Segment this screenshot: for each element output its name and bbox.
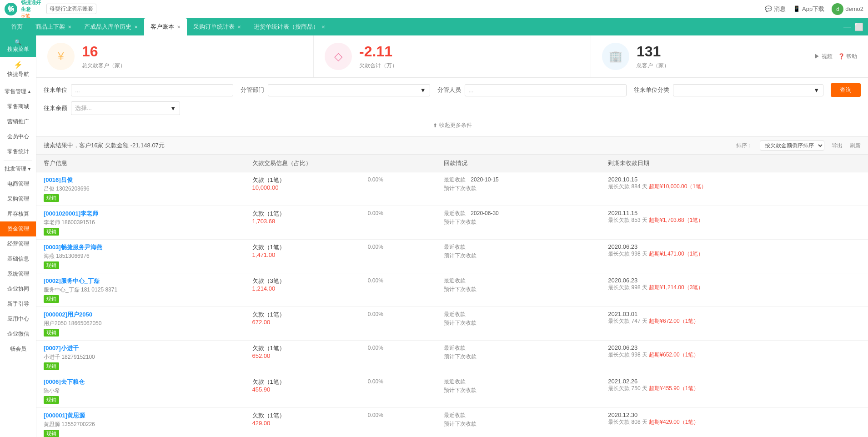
tab-customer-account[interactable]: 客户账本 ✕ <box>144 18 187 35</box>
customer-name-4[interactable]: [000002]用户2050 <box>44 311 238 319</box>
app-icon: 📱 <box>793 5 800 12</box>
tab-minimize-btn[interactable]: — <box>843 23 851 31</box>
customer-name-1[interactable]: [0001020001]李老师 <box>44 210 238 218</box>
th-customer-info: 客户信息 <box>36 155 245 172</box>
customer-tag-7: 现销 <box>44 430 59 437</box>
cell-customer-4: [000002]用户2050 用户2050 18665062050 现销 <box>36 307 245 341</box>
customer-name-6[interactable]: [0006]去下粮仓 <box>44 378 238 386</box>
sidebar-item-wechat[interactable]: 企业微信 <box>0 326 36 342</box>
th-due-date: 到期未收款日期 <box>601 155 868 172</box>
cell-recovery-4: 最近收款 预计下次收款 <box>437 307 601 341</box>
sidebar-item-finance[interactable]: 资金管理 <box>0 221 36 236</box>
filter-category-select[interactable]: ▼ <box>673 84 823 96</box>
table-row: [0007]小进千 小进千 18279152100 现销 欠款（1笔） 652.… <box>36 341 868 374</box>
tab-home[interactable]: 首页 <box>5 18 29 35</box>
overdue-link-2[interactable]: 超期¥1,471.00（1笔） <box>649 251 703 257</box>
overdue-link-6[interactable]: 超期¥455.90（1笔） <box>649 385 699 392</box>
customer-name-0[interactable]: [0016]吕俊 <box>44 176 238 184</box>
tab-maximize-btn[interactable]: ⬜ <box>854 23 863 31</box>
cell-customer-2: [0003]畅捷服务尹海燕 海燕 18513066976 现销 <box>36 240 245 273</box>
overdue-days-3: 最长欠款 998 天 <box>608 284 649 291</box>
sidebar-item-retail-mall[interactable]: 零售商城 <box>0 99 36 114</box>
tab-purchase-history[interactable]: 产成品入库单历史 ✕ <box>78 18 144 35</box>
stat-icon-2: ◇ <box>325 43 352 70</box>
debt-percent-2: 0.00% <box>368 244 383 250</box>
recent-label-7: 最近收款 <box>444 412 594 419</box>
person-dots: ... <box>469 87 474 94</box>
sidebar-item-basic-info[interactable]: 基础信息 <box>0 251 36 266</box>
overdue-link-4[interactable]: 超期¥672.00（1笔） <box>649 318 699 324</box>
customer-name-7[interactable]: [000001]黄思源 <box>44 412 238 420</box>
result-summary: 搜索结果中，客户16家 欠款金额 -21,148.07元 <box>44 141 165 150</box>
overdue-link-7[interactable]: 超期¥429.00（1笔） <box>649 419 699 425</box>
help-btn[interactable]: ❓ 帮助 <box>838 53 857 60</box>
cell-debt-percent-5: 0.00% <box>357 341 437 374</box>
overdue-link-0[interactable]: 超期¥10,000.00（1笔） <box>649 183 707 190</box>
sidebar-item-marketing[interactable]: 营销推广 <box>0 114 36 129</box>
stat-label-1: 总欠款客户（家） <box>82 62 125 70</box>
tab-customer-account-close[interactable]: ✕ <box>177 25 181 30</box>
customer-sub-5: 小进千 18279152100 <box>44 353 238 361</box>
tab-purchase-history-close[interactable]: ✕ <box>134 25 138 30</box>
filter-source-unit-label: 往来单位 <box>44 86 67 94</box>
filter-person-input[interactable]: ... <box>465 84 627 96</box>
sidebar-item-member-vip[interactable]: 畅会员 <box>0 342 36 357</box>
tab-purchase-stat-close[interactable]: ✕ <box>321 25 325 30</box>
account-dropdown[interactable]: 母婴行业演示账套 <box>46 4 96 14</box>
debt-amount-6: 455.90 <box>252 386 350 393</box>
refresh-btn[interactable]: 刷新 <box>850 142 861 150</box>
filter-category: 往来单位分类 ▼ <box>634 84 823 96</box>
customer-name-3[interactable]: [0002]服务中心_丁磊 <box>44 277 238 285</box>
account-selector[interactable]: 母婴行业演示账套 <box>46 4 96 14</box>
sidebar-item-retail-mgmt[interactable]: 零售管理 ▲ <box>0 84 36 99</box>
tab-products-close[interactable]: ✕ <box>68 25 71 30</box>
table-row: [000002]用户2050 用户2050 18665062050 现销 欠款（… <box>36 307 868 341</box>
stat-label-2: 欠款合计（万） <box>359 62 397 70</box>
filter-source-unit-input[interactable]: ... <box>71 84 233 96</box>
sidebar-item-enterprise[interactable]: 企业协同 <box>0 281 36 296</box>
overdue-link-3[interactable]: 超期¥1,214.00（3笔） <box>649 284 703 291</box>
tab-purchase-order[interactable]: 采购订单统计表 ✕ <box>187 18 247 35</box>
video-btn[interactable]: ▶ 视频 <box>814 53 832 60</box>
tab-purchase-stat[interactable]: 进货单统计表（按商品） ✕ <box>247 18 331 35</box>
sidebar-item-batch-mgmt[interactable]: 批发管理 ▼ <box>0 161 36 176</box>
due-date-0: 2020.10.15 <box>608 176 861 183</box>
sidebar-search[interactable]: 🔍 搜索菜单 <box>0 35 36 57</box>
tab-bar: 首页 商品上下架 ✕ 产成品入库单历史 ✕ 客户账本 ✕ 采购订单统计表 ✕ 进… <box>0 18 868 35</box>
sort-select[interactable]: 按欠款金额倒序排序 按欠款金额升序排序 按客户名称排序 <box>760 141 824 151</box>
overdue-link-1[interactable]: 超期¥1,703.68（1笔） <box>649 217 703 223</box>
user-avatar-area[interactable]: d demo2 <box>832 3 863 15</box>
table-row: [000001]黄思源 黄思源 13552700226 现销 欠款（1笔） 42… <box>36 408 868 437</box>
logo: 畅 畅捷通好生意 示范 <box>5 0 41 19</box>
sidebar-item-member-center[interactable]: 会员中心 <box>0 129 36 144</box>
filter-person: 分管人员 ... <box>437 84 627 96</box>
sidebar-item-inventory[interactable]: 库存核算 <box>0 206 36 221</box>
cell-recovery-3: 最近收款 预计下次收款 <box>437 273 601 307</box>
overdue-link-5[interactable]: 超期¥652.00（1笔） <box>649 352 699 358</box>
cell-recovery-1: 最近收款 2020-06-30 预计下次收款 <box>437 206 601 240</box>
next-label-3: 预计下次收款 <box>444 286 594 293</box>
overdue-days-0: 最长欠款 884 天 <box>608 183 649 190</box>
sidebar-item-retail-stats[interactable]: 零售统计 <box>0 144 36 159</box>
quick-nav-icon: ⚡ <box>14 60 23 69</box>
message-btn[interactable]: 💬 消息 <box>765 5 786 13</box>
customer-name-2[interactable]: [0003]畅捷服务尹海燕 <box>44 243 238 251</box>
sidebar-item-ecommerce[interactable]: 电商管理 <box>0 176 36 191</box>
sidebar-item-system[interactable]: 系统管理 <box>0 266 36 281</box>
filter-dept-select[interactable]: ▼ <box>268 84 430 96</box>
tab-products[interactable]: 商品上下架 ✕ <box>29 18 78 35</box>
stat-card-2: ◇ -2.11 欠款合计（万） <box>314 35 591 77</box>
sidebar-item-ops-mgmt[interactable]: 经营管理 <box>0 236 36 251</box>
sidebar-item-quick-nav[interactable]: ⚡ 快捷导航 <box>0 57 36 82</box>
sidebar-item-newbie[interactable]: 新手引导 <box>0 296 36 311</box>
search-button[interactable]: 查询 <box>831 83 861 97</box>
sidebar-item-app-center[interactable]: 应用中心 <box>0 311 36 326</box>
customer-name-5[interactable]: [0007]小进千 <box>44 344 238 352</box>
export-btn[interactable]: 导出 <box>832 142 843 150</box>
tab-purchase-order-close[interactable]: ✕ <box>237 25 241 30</box>
collapse-row[interactable]: ⬆ 收起更多条件 <box>44 120 861 131</box>
app-download-btn[interactable]: 📱 App下载 <box>793 5 824 13</box>
sidebar-item-purchase-mgmt[interactable]: 采购管理 <box>0 191 36 206</box>
cell-customer-7: [000001]黄思源 黄思源 13552700226 现销 <box>36 408 245 437</box>
filter-balance-select[interactable]: 选择... ▼ <box>71 101 180 115</box>
